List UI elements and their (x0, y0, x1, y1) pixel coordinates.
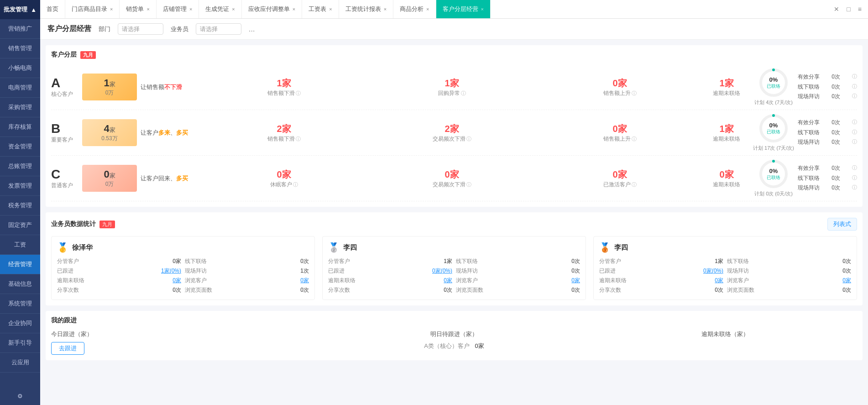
tab-应收应付调整单[interactable]: 应收应付调整单× (242, 0, 302, 18)
restore-tab-icon[interactable]: □ (845, 5, 852, 14)
tier-count-C[interactable]: 0家 0万 (82, 165, 137, 192)
sales-select[interactable]: 请选择 (196, 23, 241, 35)
tier-action-A: 让销售额不下滑 (141, 83, 200, 91)
more-tabs-icon[interactable]: ≡ (856, 5, 863, 14)
tab-bar-actions: ✕ □ ≡ (827, 5, 868, 14)
followup-title: 我的跟进 (51, 316, 857, 325)
tomorrow-title: 明日待跟进（家） (322, 330, 586, 338)
stat-box-1-B[interactable]: 2家 销售额下滑 ⓘ (204, 123, 364, 143)
followup-grid: 今日跟进（家） 去跟进 明日待跟进（家） A类（核心）客户 0家 逾期未联络（家… (51, 330, 857, 355)
tab-生成凭证[interactable]: 生成凭证× (199, 0, 241, 18)
staff-stat-李四-1: 线下联络 0次 (456, 258, 580, 265)
staff-stat-李四-4: 逾期未联络 0家 (599, 277, 723, 284)
tier-right-stats-A: 有效分享0次ⓘ线下联络0次ⓘ现场拜访0次ⓘ (798, 72, 857, 102)
staff-badge: 🥈 (328, 242, 340, 253)
staff-section: 业务员数据统计 九月 列表式 🥇 徐泽华 分管客户 0家 线下联络 0次 (46, 212, 863, 305)
sidebar-item-固定资产[interactable]: 固定资产 (0, 216, 40, 235)
sidebar-item-总账管理[interactable]: 总账管理 (0, 157, 40, 176)
sidebar-item-云应用[interactable]: 云应用 (0, 353, 40, 373)
tab-close-icon[interactable]: × (384, 6, 387, 12)
tab-close-icon[interactable]: × (232, 6, 235, 12)
staff-month-badge: 九月 (99, 221, 115, 228)
tier-stats-B: 2家 销售额下滑 ⓘ 2家 交易频次下滑 ⓘ 0家 销售额上升 ⓘ (204, 123, 700, 143)
staff-stat-徐泽华-1: 线下联络 0次 (185, 258, 309, 265)
sidebar-item-销售管理[interactable]: 销售管理 (0, 39, 40, 58)
staff-name: 李四 (614, 243, 628, 252)
staff-stat-李四-3: 现场拜访 0次 (456, 267, 580, 275)
page-header: 客户分层经营 部门 请选择 业务员 请选择 ... (40, 19, 868, 40)
tab-close-icon[interactable]: × (481, 6, 484, 12)
tab-商品分析[interactable]: 商品分析× (393, 0, 436, 18)
staff-stat-李四-4: 逾期未联络 0家 (328, 277, 452, 284)
tier-action-C: 让客户回来、多买 (141, 174, 200, 183)
tab-close-icon[interactable]: × (189, 6, 192, 12)
goto-followup-button[interactable]: 去跟进 (51, 342, 84, 355)
sidebar-item-采购管理[interactable]: 采购管理 (0, 98, 40, 117)
tier-circle-A: 0% 已联络 计划 4次 (7天/次) (753, 68, 794, 106)
staff-stat-李四-0: 分管客户 1家 (328, 258, 452, 265)
tab-工资统计报表[interactable]: 工资统计报表× (339, 0, 393, 18)
sidebar-item-系统管理[interactable]: 系统管理 (0, 294, 40, 314)
tab-店铺管理[interactable]: 店铺管理× (157, 0, 199, 18)
tier-stats-C: 0家 休眠客户 ⓘ 0家 交易频次下滑 ⓘ 0家 已激活客户 ⓘ (204, 168, 700, 189)
staff-stat-李四-3: 现场拜访 0次 (727, 267, 851, 275)
tab-工资表[interactable]: 工资表× (302, 0, 339, 18)
tier-label-C: C 普通客户 (51, 167, 78, 189)
tier-row-A: A 核心客户 1家 0万 让销售额不下滑 1家 销售额下滑 ⓘ 1家 回购异常 … (51, 64, 857, 110)
sales-label: 业务员 (171, 25, 188, 33)
tier-row-C: C 普通客户 0家 0万 让客户回来、多买 0家 休眠客户 ⓘ 0家 交易频次下… (51, 156, 857, 201)
tab-门店商品目录[interactable]: 门店商品目录× (65, 0, 120, 18)
main-area: 首页门店商品目录×销货单×店铺管理×生成凭证×应收应付调整单×工资表×工资统计报… (40, 0, 868, 405)
tab-首页[interactable]: 首页 (40, 0, 65, 18)
sidebar-item-基础信息[interactable]: 基础信息 (0, 274, 40, 294)
tomorrow-followup: 明日待跟进（家） A类（核心）客户 0家 (322, 330, 586, 355)
stat-box-3-B[interactable]: 0家 销售额上升 ⓘ (539, 123, 700, 143)
sidebar-item-营销推广[interactable]: 营销推广 (0, 19, 40, 39)
staff-stat-徐泽华-7: 浏览页面数 0次 (185, 286, 309, 294)
sidebar-expand-icon[interactable]: ▲ (31, 6, 37, 13)
sidebar-item-发票管理[interactable]: 发票管理 (0, 176, 40, 196)
sidebar-item-新手引导[interactable]: 新手引导 (0, 333, 40, 353)
close-tab-icon[interactable]: ✕ (832, 5, 841, 14)
stat-box-2-A[interactable]: 1家 回购异常 ⓘ (371, 77, 532, 97)
sidebar-item-小畅电商[interactable]: 小畅电商 (0, 58, 40, 78)
customer-section-title: 客户分层 九月 (51, 51, 857, 59)
more-filters-icon[interactable]: ... (249, 25, 255, 33)
staff-stat-徐泽华-6: 分享次数 0次 (57, 286, 181, 294)
list-view-button[interactable]: 列表式 (827, 218, 857, 231)
tab-close-icon[interactable]: × (293, 6, 295, 12)
staff-name-row: 🥈 李四 (328, 242, 580, 253)
sidebar-item-电商管理[interactable]: 电商管理 (0, 78, 40, 98)
staff-stat-徐泽华-5: 浏览客户 0家 (185, 277, 309, 284)
sidebar-item-库存核算[interactable]: 库存核算 (0, 117, 40, 137)
stat-box-2-C[interactable]: 0家 交易频次下滑 ⓘ (371, 168, 532, 189)
tab-销货单[interactable]: 销货单× (120, 0, 156, 18)
tab-close-icon[interactable]: × (146, 6, 149, 12)
sidebar-item-税务管理[interactable]: 税务管理 (0, 196, 40, 216)
sidebar-item-工资[interactable]: 工资 (0, 235, 40, 255)
staff-stat-徐泽华-0: 分管客户 0家 (57, 258, 181, 265)
sidebar-header[interactable]: 批发管理 ▲ (0, 0, 40, 19)
dept-select[interactable]: 请选择 (118, 23, 163, 35)
tier-a-label: A类（核心）客户 (424, 342, 470, 349)
tier-row-B: B 重要客户 4家 0.53万 让客户多来、多买 2家 销售额下滑 ⓘ 2家 交… (51, 110, 857, 156)
staff-stat-李四-5: 浏览客户 0家 (727, 277, 851, 284)
sidebar-item-资金管理[interactable]: 资金管理 (0, 137, 40, 157)
stat-box-2-B[interactable]: 2家 交易频次下滑 ⓘ (371, 123, 532, 143)
stat-box-1-C[interactable]: 0家 休眠客户 ⓘ (204, 168, 364, 189)
sidebar-item-企业协同[interactable]: 企业协同 (0, 314, 40, 333)
content-area: 客户分层经营 部门 请选择 业务员 请选择 ... 客户分层 九月 A 核心客户… (40, 19, 868, 405)
tier-contact-B: 1家 逾期未联络 (704, 123, 749, 143)
tab-close-icon[interactable]: × (329, 6, 332, 12)
dept-label: 部门 (99, 25, 110, 33)
tab-close-icon[interactable]: × (110, 6, 113, 12)
tab-客户分层经营[interactable]: 客户分层经营× (436, 0, 491, 18)
sidebar-settings[interactable]: ⚙ (0, 387, 40, 405)
stat-box-3-C[interactable]: 0家 已激活客户 ⓘ (539, 168, 700, 189)
stat-box-3-A[interactable]: 0家 销售额上升 ⓘ (539, 77, 700, 97)
tab-close-icon[interactable]: × (426, 6, 429, 12)
sidebar-item-经营管理[interactable]: 经营管理 (0, 255, 40, 274)
tier-count-A[interactable]: 1家 0万 (82, 74, 137, 100)
stat-box-1-A[interactable]: 1家 销售额下滑 ⓘ (204, 77, 364, 97)
tier-count-B[interactable]: 4家 0.53万 (82, 119, 137, 146)
